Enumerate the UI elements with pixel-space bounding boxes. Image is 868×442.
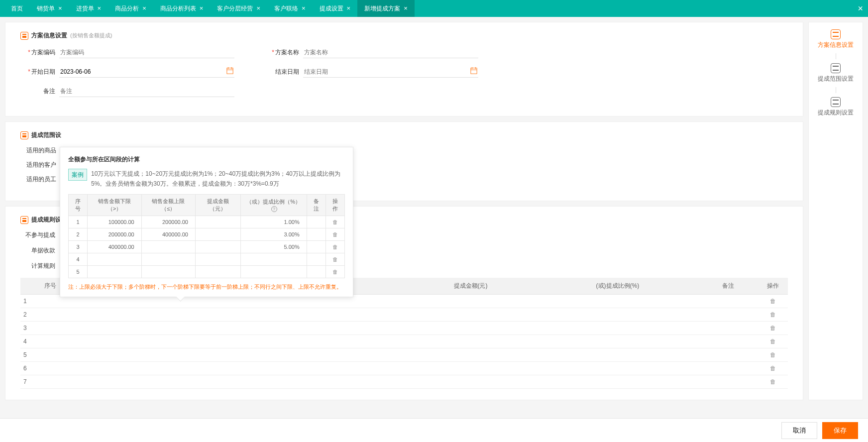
anchor-label: 提成范围设置 (818, 75, 854, 83)
tab-close-icon[interactable] (57, 0, 62, 17)
code-label: 方案编码 (20, 48, 55, 57)
help-icon[interactable]: ? (271, 206, 277, 212)
table-row[interactable]: 7🗑 (20, 375, 788, 388)
anchor-sidebar: 方案信息设置提成范围设置提成规则设置 (808, 22, 863, 400)
delete-icon[interactable]: 🗑 (332, 231, 338, 237)
delete-icon[interactable]: 🗑 (770, 365, 776, 372)
table-row: 1100000.00200000.001.00%🗑 (69, 216, 345, 228)
tab-提成设置[interactable]: 提成设置 (313, 0, 358, 17)
tab-商品分析[interactable]: 商品分析 (108, 0, 153, 17)
table-row: 5🗑 (69, 265, 345, 278)
section-title: 提成范围设 (31, 131, 61, 139)
section-title: 方案信息设置 (31, 31, 67, 40)
tab-首页[interactable]: 首页 (4, 0, 30, 17)
calc-label: 计算规则 (20, 262, 55, 270)
table-row[interactable]: 6🗑 (20, 361, 788, 375)
tab-close-icon[interactable] (402, 0, 408, 17)
case-tag: 案例 (68, 169, 87, 181)
col-header: 提成金额（元） (195, 194, 240, 216)
tab-close-icon[interactable] (345, 0, 351, 17)
table-row: 3400000.005.00%🗑 (69, 240, 345, 253)
name-label: 方案名称 (264, 48, 299, 57)
receipt-label: 单据收款 (20, 246, 55, 255)
calendar-icon[interactable] (226, 67, 233, 74)
col-header: 提成金额(元) (405, 278, 537, 295)
svg-rect-4 (471, 68, 477, 74)
col-header: 备注 (307, 194, 326, 216)
case-text: 10万元以下无提成；10~20万元提成比例为1%；20~40万提成比例为3%；4… (91, 169, 345, 189)
tab-close-icon[interactable] (198, 0, 204, 17)
section-icon (20, 32, 28, 40)
section-plan-info: 方案信息设置 (按销售金额提成) 方案编码 方案名称 开始日期 (5, 22, 803, 116)
scope-goods-label: 适用的商品 (21, 146, 56, 155)
delete-icon[interactable]: 🗑 (770, 311, 776, 318)
section-icon (20, 131, 28, 139)
tab-销货单[interactable]: 销货单 (30, 0, 69, 17)
code-input[interactable] (59, 47, 234, 58)
popover-title: 全额参与所在区间段的计算 (68, 155, 345, 164)
tooltip-popover: 全额参与所在区间段的计算 案例 10万元以下无提成；10~20万元提成比例为1%… (60, 147, 353, 297)
remark-input[interactable] (59, 86, 234, 97)
end-date-label: 结束日期 (264, 68, 299, 76)
anchor-label: 提成规则设置 (818, 109, 854, 117)
delete-icon[interactable]: 🗑 (332, 244, 338, 250)
cancel-button[interactable]: 取消 (781, 422, 817, 430)
tab-close-icon[interactable] (255, 0, 260, 17)
anchor-item[interactable]: 方案信息设置 (818, 29, 854, 49)
close-all-icon[interactable]: × (858, 3, 863, 14)
col-header: (或)提成比例(%) (537, 278, 699, 295)
section-subtitle: (按销售金额提成) (70, 32, 112, 39)
footer-bar: 取消 保存 (0, 418, 868, 430)
section-icon (831, 63, 841, 73)
remark-label: 备注 (20, 87, 55, 96)
anchor-item[interactable]: 提成范围设置 (818, 63, 854, 83)
start-date-input[interactable] (59, 66, 234, 78)
section-icon (20, 216, 28, 224)
delete-icon[interactable]: 🗑 (770, 298, 776, 305)
anchor-label: 方案信息设置 (818, 41, 854, 49)
section-icon (831, 97, 841, 107)
section-icon (831, 29, 841, 39)
col-header: （或）提成比例（%）? (240, 194, 307, 216)
start-date-label: 开始日期 (20, 68, 55, 76)
tab-bar: 首页销货单进货单商品分析商品分析列表客户分层经营客户联络提成设置新增提成方案× (0, 0, 868, 17)
col-header: 序号 (69, 194, 88, 216)
name-input[interactable] (303, 47, 478, 58)
delete-icon[interactable]: 🗑 (332, 269, 338, 275)
col-header: 操作 (758, 278, 788, 295)
calendar-icon[interactable] (470, 67, 477, 74)
table-row: 4🗑 (69, 253, 345, 265)
scope-emp-label: 适用的员工 (21, 175, 56, 184)
tab-商品分析列表[interactable]: 商品分析列表 (153, 0, 211, 17)
tab-客户联络[interactable]: 客户联络 (267, 0, 313, 17)
exclude-label: 不参与提成 (20, 231, 55, 239)
col-header: 备注 (699, 278, 758, 295)
delete-icon[interactable]: 🗑 (770, 378, 776, 385)
end-date-input[interactable] (303, 66, 478, 78)
col-header: 销售金额上限（≤） (141, 194, 195, 216)
scope-cust-label: 适用的客户 (21, 161, 56, 169)
tab-close-icon[interactable] (141, 0, 146, 17)
table-row: 2200000.00400000.003.00%🗑 (69, 228, 345, 240)
delete-icon[interactable]: 🗑 (332, 219, 338, 225)
section-title: 提成规则设 (31, 216, 61, 224)
delete-icon[interactable]: 🗑 (770, 351, 776, 358)
tab-进货单[interactable]: 进货单 (69, 0, 108, 17)
save-button[interactable]: 保存 (822, 422, 858, 430)
popover-note: 注：上限必须大于下限；多个阶梯时，下一个阶梯下限要等于前一阶梯上限；不同行之间下… (68, 283, 345, 291)
delete-icon[interactable]: 🗑 (332, 256, 338, 262)
tab-close-icon[interactable] (300, 0, 306, 17)
table-row[interactable]: 3🗑 (20, 321, 788, 334)
example-table: 序号销售金额下限（>）销售金额上限（≤）提成金额（元）（或）提成比例（%）?备注… (68, 194, 345, 278)
table-row[interactable]: 4🗑 (20, 334, 788, 348)
anchor-item[interactable]: 提成规则设置 (818, 97, 854, 117)
delete-icon[interactable]: 🗑 (770, 338, 776, 345)
table-row[interactable]: 5🗑 (20, 348, 788, 361)
col-header: 销售金额下限（>） (88, 194, 142, 216)
col-header: 操作 (326, 194, 344, 216)
tab-新增提成方案[interactable]: 新增提成方案 (357, 0, 415, 17)
table-row[interactable]: 2🗑 (20, 308, 788, 321)
tab-客户分层经营[interactable]: 客户分层经营 (210, 0, 267, 17)
tab-close-icon[interactable] (96, 0, 102, 17)
delete-icon[interactable]: 🗑 (770, 325, 776, 332)
